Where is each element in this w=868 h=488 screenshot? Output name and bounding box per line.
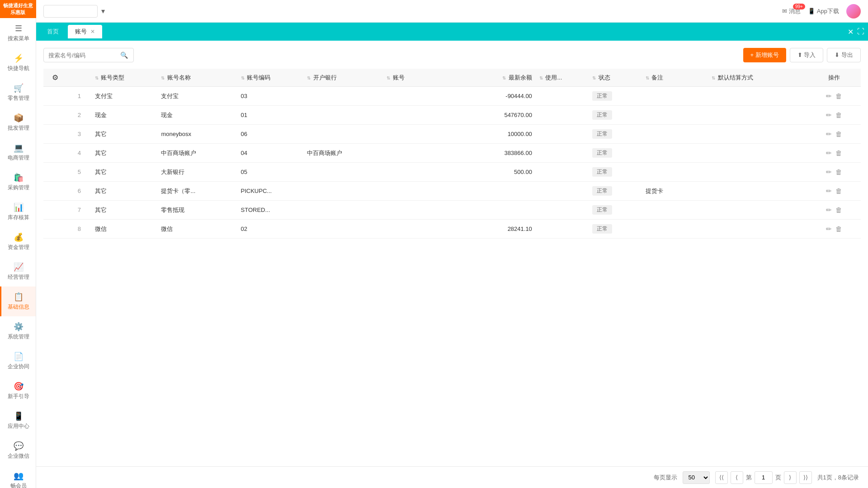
row-account-cell [383, 163, 462, 182]
table-row: 8 微信 微信 02 28241.10 正常 ✏ 🗑 [43, 220, 861, 239]
export-button[interactable]: ⬇ 导出 [827, 48, 861, 62]
add-account-button[interactable]: + 新增账号 [743, 48, 786, 62]
col-balance-header[interactable]: ⇅ 最新余额 [462, 69, 535, 87]
next-page-button[interactable]: ⟩ [784, 471, 797, 484]
edit-icon[interactable]: ✏ [826, 149, 832, 157]
row-code-cell: 04 [237, 144, 304, 163]
tabbar-maximize-icon[interactable]: ⛶ [857, 28, 864, 36]
page-input[interactable] [755, 471, 773, 484]
topbar: ▾ ✉ 消息 99+ 📱 App下载 [36, 0, 868, 23]
last-page-button[interactable]: ⟩⟩ [799, 471, 812, 484]
col-bank-header[interactable]: ⇅ 开户银行 [303, 69, 383, 87]
tab-account-close[interactable]: ✕ [90, 28, 95, 35]
col-num [67, 69, 91, 87]
tab-account[interactable]: 账号 ✕ [68, 25, 102, 38]
delete-icon[interactable]: 🗑 [835, 187, 842, 195]
import-label: ⬆ 导入 [797, 51, 816, 59]
topbar-app-download[interactable]: 📱 App下载 [808, 7, 839, 15]
col-name-header[interactable]: ⇅ 账号名称 [157, 69, 237, 87]
topbar-search-input[interactable] [43, 5, 98, 18]
sidebar-item-enterprise-agreement[interactable]: 📄 企业协同 [0, 346, 36, 376]
col-action-header: 操作 [808, 69, 861, 87]
delete-icon[interactable]: 🗑 [835, 225, 842, 233]
col-code-header[interactable]: ⇅ 账号编码 [237, 69, 304, 87]
prev-page-button[interactable]: ⟨ [731, 471, 743, 484]
sidebar-item-label: 零售管理 [8, 95, 29, 101]
sidebar-item-basic-info[interactable]: 📋 基础信息 [0, 286, 36, 316]
status-badge: 正常 [592, 91, 612, 101]
edit-icon[interactable]: ✏ [826, 130, 832, 138]
row-remark-cell: 提货卡 [642, 182, 708, 201]
delete-icon[interactable]: 🗑 [835, 130, 842, 138]
sidebar-item-label: 快捷导航 [8, 65, 29, 71]
sidebar-item-app-center[interactable]: 📱 应用中心 [0, 406, 36, 436]
footer: 每页显示 50 20 100 ⟨⟨ ⟨ 第 页 ⟩ ⟩⟩ 共1页，8条记录 [36, 466, 868, 488]
sidebar-item-finance-mgmt[interactable]: 💰 资金管理 [0, 227, 36, 257]
search-button[interactable]: 🔍 [120, 52, 128, 59]
sidebar-item-label: 库存核算 [8, 214, 29, 221]
row-status-cell: 正常 [589, 163, 642, 182]
per-page-select[interactable]: 50 20 100 [683, 471, 710, 484]
row-default-cell [708, 144, 807, 163]
row-code-cell: 01 [237, 106, 304, 125]
topbar-msg[interactable]: ✉ 消息 99+ [782, 7, 801, 15]
sidebar-item-sys-mgmt[interactable]: ⚙️ 系统管理 [0, 316, 36, 346]
sidebar-item-member[interactable]: 👥 畅会员 [0, 465, 36, 488]
sidebar-item-label: 新手引导 [8, 393, 29, 399]
row-account-cell [383, 220, 462, 239]
sidebar-item-enterprise-wechat[interactable]: 💬 企业微信 [0, 436, 36, 465]
col-status-header[interactable]: ⇅ 状态 [589, 69, 642, 87]
delete-icon[interactable]: 🗑 [835, 111, 842, 119]
row-usage-cell [536, 106, 589, 125]
logo-subtext: 乐惠版 [3, 9, 33, 16]
row-name-cell: 零售抵现 [157, 201, 237, 220]
row-type-cell: 微信 [91, 220, 158, 239]
sidebar-item-new-guide[interactable]: 🎯 新手引导 [0, 376, 36, 406]
status-badge: 正常 [592, 110, 612, 120]
sidebar-item-label: 系统管理 [8, 333, 29, 340]
main-area: ▾ ✉ 消息 99+ 📱 App下载 首页 账号 ✕ ✕ [36, 0, 868, 488]
col-type-header[interactable]: ⇅ 账号类型 [91, 69, 158, 87]
user-avatar[interactable] [846, 4, 861, 19]
delete-icon[interactable]: 🗑 [835, 92, 842, 100]
sidebar-item-label: 搜索菜单 [8, 35, 29, 42]
col-default-header[interactable]: ⇅ 默认结算方式 [708, 69, 807, 87]
sidebar-item-retail-mgmt[interactable]: 🛒 零售管理 [0, 78, 36, 108]
sort-icon: ⇅ [387, 75, 390, 80]
sidebar-item-purchase-mgmt[interactable]: 🛍️ 采购管理 [0, 167, 36, 197]
edit-icon[interactable]: ✏ [826, 111, 832, 119]
row-num-cell: 7 [67, 201, 91, 220]
row-remark-cell [642, 163, 708, 182]
sidebar-item-wholesale-mgmt[interactable]: 📦 批发管理 [0, 108, 36, 137]
tab-home[interactable]: 首页 [40, 25, 66, 38]
edit-icon[interactable]: ✏ [826, 92, 832, 100]
sidebar-item-quick-nav[interactable]: ⚡ 快捷导航 [0, 48, 36, 78]
sidebar-item-inventory[interactable]: 📊 库存核算 [0, 197, 36, 227]
tabbar-close-icon[interactable]: ✕ [848, 28, 854, 36]
sidebar-item-ops-mgmt[interactable]: 📈 经营管理 [0, 257, 36, 286]
tab-account-label: 账号 [75, 28, 87, 36]
col-usage-header[interactable]: ⇅ 使用... [536, 69, 589, 87]
status-badge: 正常 [592, 205, 612, 215]
row-name-cell: 大新银行 [157, 163, 237, 182]
sidebar-item-ecommerce-mgmt[interactable]: 💻 电商管理 [0, 137, 36, 167]
delete-icon[interactable]: 🗑 [835, 206, 842, 214]
delete-icon[interactable]: 🗑 [835, 149, 842, 157]
delete-icon[interactable]: 🗑 [835, 168, 842, 176]
col-setting[interactable]: ⚙ [43, 69, 67, 87]
gear-icon[interactable]: ⚙ [52, 74, 58, 81]
row-account-cell [383, 144, 462, 163]
import-button[interactable]: ⬆ 导入 [790, 48, 824, 62]
edit-icon[interactable]: ✏ [826, 168, 832, 176]
col-account-header[interactable]: ⇅ 账号 [383, 69, 462, 87]
first-page-button[interactable]: ⟨⟨ [715, 471, 728, 484]
row-default-cell [708, 87, 807, 106]
col-remark-header[interactable]: ⇅ 备注 [642, 69, 708, 87]
topbar-dropdown-icon[interactable]: ▾ [101, 7, 105, 15]
edit-icon[interactable]: ✏ [826, 225, 832, 233]
edit-icon[interactable]: ✏ [826, 206, 832, 214]
sidebar-item-search-menu[interactable]: ☰ 搜索菜单 [0, 18, 36, 48]
tab-home-label: 首页 [47, 28, 59, 36]
edit-icon[interactable]: ✏ [826, 187, 832, 195]
row-num-cell: 3 [67, 125, 91, 144]
